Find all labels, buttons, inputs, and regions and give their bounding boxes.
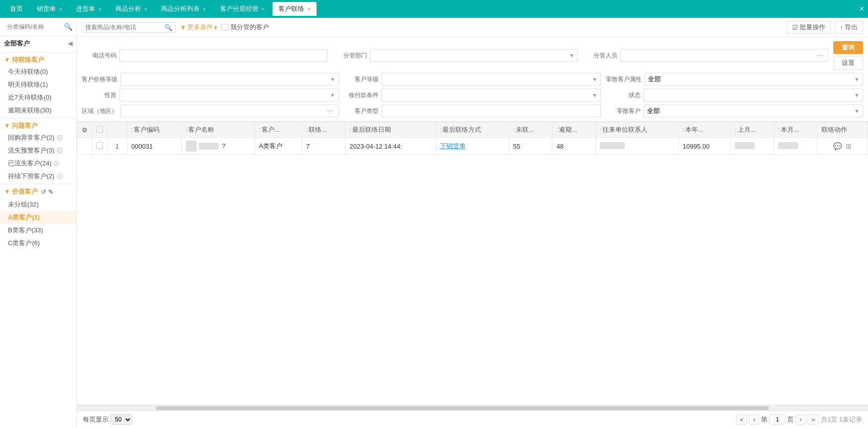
customer-type-select[interactable] [381,105,601,117]
td-last-method[interactable]: 下销货单 [435,138,509,155]
th-last-date: :最后联络日期 [345,122,435,138]
sidebar-item-overdue[interactable]: 逾期未联络(30) [0,104,76,117]
tab-analysis[interactable]: 商品分析 × [109,2,153,16]
tab-purchase[interactable]: 进货单 × [70,2,107,16]
tab-home[interactable]: 首页 [4,2,29,16]
th-num [108,122,127,138]
field-retail: 零散客户 全部 ▼ [606,105,863,117]
tab-analysis-close[interactable]: × [144,6,147,12]
price-level-chevron-icon: ▼ [330,76,335,82]
sidebar-item-churn-warning[interactable]: 流失预警客户(3) ⓘ [0,144,76,157]
row-actions: 💬 ⊞ [821,142,864,150]
region-dots-icon[interactable]: ··· [325,107,335,115]
customer-name-question: ？ [220,142,227,151]
td-company-contact [596,138,678,155]
status-select[interactable]: ▼ [644,89,863,102]
sidebar-item-a-class[interactable]: A类客户(1) [0,211,76,224]
batch-ops-label: 批量操作 [800,23,825,32]
batch-ops-btn[interactable]: ☑ 批量操作 [787,21,831,34]
filter-search-icon[interactable]: 🔍 [164,24,172,31]
payment-select[interactable]: ▼ [381,89,601,102]
th-gear[interactable]: ⚙ [77,122,92,138]
sidebar-item-b-class[interactable]: B类客户(33) [0,224,76,237]
last-method-link[interactable]: 下销货单 [440,142,466,150]
tab-customer-segment[interactable]: 客户分层经营 × [214,2,271,16]
filter-actions: ☑ 批量操作 ↑ 导出 [787,21,864,34]
sidebar-divider-1 [0,52,76,53]
th-check[interactable] [92,122,108,138]
close-all-btn[interactable]: × [860,4,864,13]
th-level: :客户... [255,122,302,138]
my-customers-check[interactable] [221,24,228,31]
sidebar-search-icon[interactable]: 🔍 [64,23,72,31]
sidebar-item-churned[interactable]: 已流失客户(24) ⓘ [0,157,76,170]
tab-analysis-list[interactable]: 商品分析列表 × [155,2,212,16]
field-status: 状态 ▼ [606,89,863,102]
th-name: :客户名称 [181,122,255,138]
customer-name-blurred [199,143,218,150]
td-check[interactable] [92,138,108,155]
sidebar-divider-3 [0,184,76,184]
sidebar-item-7days[interactable]: 近7天待联络(0) [0,91,76,104]
adv-filter-row-3: 性质 ▼ 收付款条件 ▼ 状态 [82,89,863,102]
sidebar-group-pending[interactable]: ▼ 待联络客户 [0,54,76,65]
region-select[interactable]: ··· [120,105,339,117]
sidebar-item-tomorrow[interactable]: 明天待联络(1) [0,78,76,91]
more-conditions-btn[interactable]: ▼ 更多条件 ▾ [180,23,217,32]
prev-page-btn[interactable]: ‹ [749,415,759,425]
per-page-select[interactable]: 50 [110,414,132,425]
filter-search-input[interactable] [85,24,164,31]
sidebar-search-input[interactable] [4,22,62,32]
dept-select[interactable]: ▼ [370,49,578,62]
sidebar-group-value[interactable]: ▼ 价值客户 ↺ ✎ [0,185,76,198]
edit-icon[interactable]: ✎ [48,188,54,196]
export-label: 导出 [845,23,858,32]
tab-customer-segment-close[interactable]: × [262,6,265,12]
pagination: 每页显示 50 « ‹ 第 页 › » 共1页 1条记录 [77,411,868,428]
person-dots-icon[interactable]: ··· [814,51,825,60]
nature-select[interactable]: ▼ [119,89,339,102]
filter-icon: ▼ [180,24,186,31]
refresh-icon[interactable]: ↺ [41,188,46,196]
header-checkbox[interactable] [96,126,103,133]
qr-icon[interactable]: ⊞ [846,142,852,150]
customer-level-select[interactable]: ▼ [381,73,601,86]
table-header-row: ⚙ :客户编码 :客户名称 :客户... :联络... :最后联络日期 :最后联… [77,122,868,138]
tab-analysis-list-close[interactable]: × [203,6,206,12]
sidebar-group-problem[interactable]: ▼ 问题客户 [0,119,76,131]
tab-customer-contact[interactable]: 客户联络 × [272,2,316,16]
retail-select[interactable]: 全部 ▼ [644,105,863,117]
page-input[interactable] [769,415,785,425]
more-conditions-label: 更多条件 [187,23,213,32]
first-page-btn[interactable]: « [736,415,748,425]
tab-customer-contact-close[interactable]: × [307,6,310,12]
tab-purchase-close[interactable]: × [98,6,101,12]
last-page-btn[interactable]: » [808,415,819,425]
customer-type-label: 客户类型 [344,107,379,115]
next-page-btn[interactable]: › [796,415,806,425]
all-customers-header[interactable]: 全部客户 ◀ [0,36,76,51]
td-contact: 7 [302,138,345,155]
export-btn[interactable]: ↑ 导出 [835,21,864,34]
field-customer-type: 客户类型 [344,105,601,117]
customer-table: ⚙ :客户编码 :客户名称 :客户... :联络... :最后联络日期 :最后联… [77,122,868,155]
retail-attr-select[interactable]: 全部 ▼ [645,73,863,86]
person-select[interactable]: ··· [620,49,828,62]
sidebar-collapse-icon[interactable]: ◀ [68,40,72,47]
tab-sales-close[interactable]: × [59,6,62,12]
sidebar-item-repurchase-abnormal[interactable]: 回购异常客户(2) ⓘ [0,131,76,144]
setting-btn[interactable]: 设置 [833,56,863,70]
price-level-select[interactable]: ▼ [120,73,339,86]
my-customers-checkbox[interactable]: 我分管的客户 [221,23,269,32]
chat-icon[interactable]: 💬 [833,142,842,150]
table-scrollbar[interactable] [77,405,868,411]
sidebar-item-c-class[interactable]: C类客户(6) [0,237,76,250]
sidebar-item-today[interactable]: 今天待联络(0) [0,65,76,78]
query-btn[interactable]: 查询 [833,41,863,54]
dept-label: 分管部门 [332,52,367,60]
phone-input[interactable] [119,49,327,62]
tab-sales[interactable]: 销货单 × [31,2,68,16]
sidebar-item-unclassified[interactable]: 未分组(32) [0,198,76,211]
row-checkbox[interactable] [96,142,103,149]
sidebar-item-declining[interactable]: 持续下滑客户(2) ⓘ [0,170,76,183]
